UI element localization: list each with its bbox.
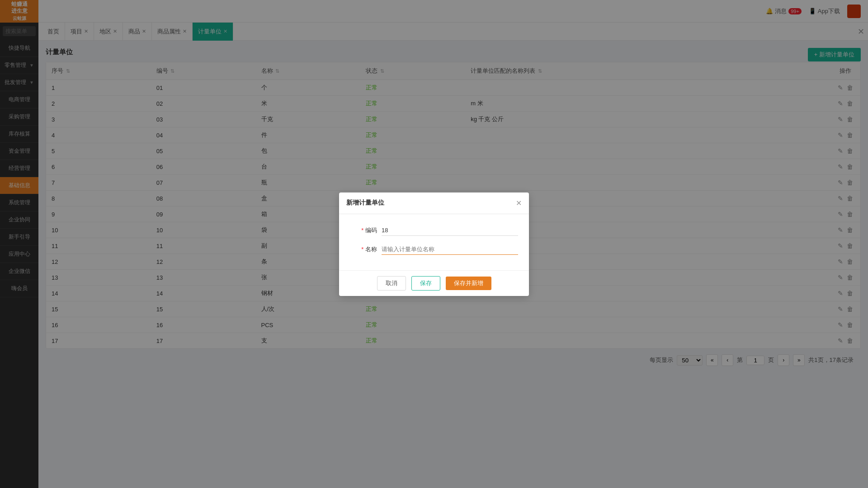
save-button[interactable]: 保存 [411,276,440,291]
code-input[interactable] [382,225,518,236]
name-input[interactable] [382,244,518,255]
modal-footer: 取消 保存 保存并新增 [339,270,529,296]
modal-title: 新增计量单位 [346,199,384,207]
modal-close-btn[interactable]: ✕ [516,199,522,207]
modal-body: 编码 名称 [339,214,529,270]
cancel-button[interactable]: 取消 [377,276,406,291]
add-unit-modal: 新增计量单位 ✕ 编码 名称 取消 保存 保存并新增 [339,192,529,296]
modal-header: 新增计量单位 ✕ [339,192,529,214]
code-form-row: 编码 [350,225,518,236]
name-label: 名称 [350,245,377,253]
code-label: 编码 [350,226,377,235]
modal-overlay: 新增计量单位 ✕ 编码 名称 取消 保存 保存并新增 [0,0,868,488]
save-and-new-button[interactable]: 保存并新增 [446,277,491,290]
name-form-row: 名称 [350,244,518,255]
